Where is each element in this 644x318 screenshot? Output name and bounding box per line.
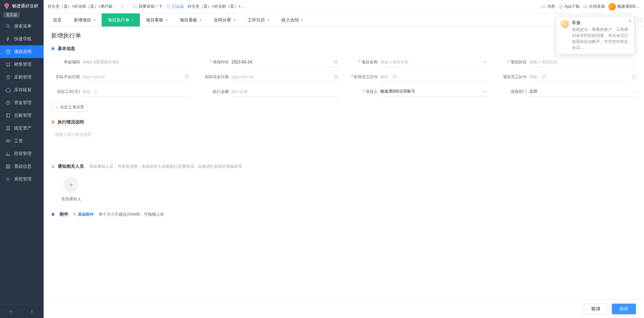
money-icon <box>5 138 11 144</box>
calendar-icon[interactable] <box>333 74 338 79</box>
proj-name-input[interactable] <box>380 60 488 64</box>
popover-close[interactable]: × <box>629 18 632 24</box>
work-days-input[interactable] <box>83 89 190 94</box>
close-icon[interactable]: × <box>199 18 202 22</box>
svg-rect-17 <box>560 5 562 8</box>
close-icon[interactable]: × <box>301 18 303 22</box>
nav-salary[interactable]: 工资 <box>0 135 44 147</box>
nav-project-contract[interactable]: 项目合同 <box>0 45 44 58</box>
dept-input[interactable] <box>529 89 637 94</box>
tab-board-1[interactable]: 项目看板× <box>140 13 174 26</box>
nav-basic[interactable]: 基础信息 <box>0 160 44 173</box>
search-icon <box>5 23 11 29</box>
stage-pct-input[interactable] <box>380 74 488 79</box>
nav-quick[interactable]: 快捷导航 <box>0 33 44 45</box>
svg-rect-11 <box>6 167 8 168</box>
doc-no-input[interactable] <box>83 60 190 64</box>
help-icon[interactable] <box>632 74 637 79</box>
tab-fullscreen[interactable] <box>635 13 644 26</box>
reporter-input[interactable] <box>380 89 488 94</box>
close-icon[interactable]: × <box>131 18 134 22</box>
experience-link[interactable]: 我要体验一下 <box>132 4 163 9</box>
doc-icon <box>5 49 11 54</box>
nav-biz[interactable]: 经营管理 <box>0 147 44 160</box>
nav-label: 经营管理 <box>14 151 32 157</box>
end-date-input[interactable] <box>231 74 339 79</box>
custom-fields-button[interactable]: 自定义项设置 <box>51 103 88 112</box>
plus-icon <box>68 182 74 188</box>
tab-home[interactable]: 首页 <box>47 13 68 26</box>
nav-funds[interactable]: 资金管理 <box>0 96 44 109</box>
label-work-days: 实际工时(天) <box>51 89 80 95</box>
nav-inventory[interactable]: 库存核算 <box>0 84 44 96</box>
nav-label: 销售管理 <box>14 61 32 67</box>
product-selector[interactable]: 好生意（普）+好业财（普）+易代账 <box>48 4 117 9</box>
tab-calendar[interactable]: 工作日历× <box>241 13 275 26</box>
label-end-date: 实际结束日期 <box>200 74 229 80</box>
more-icon[interactable] <box>631 60 636 64</box>
logo-icon <box>3 3 10 9</box>
tab-board-2[interactable]: 项目看板× <box>174 13 208 26</box>
nav-search[interactable]: 搜索菜单 <box>0 20 44 33</box>
gear-icon[interactable] <box>120 4 125 9</box>
nav-sales[interactable]: 销售管理 <box>0 58 44 71</box>
close-icon[interactable]: × <box>93 18 96 22</box>
bolt-icon <box>5 36 11 42</box>
app-download-link[interactable]: App下载 <box>558 4 580 9</box>
start-date-input[interactable] <box>83 74 190 79</box>
proj-pct-input[interactable] <box>529 74 628 79</box>
more-icon[interactable] <box>482 60 487 64</box>
tab-new-project[interactable]: 新增项目× <box>68 13 102 26</box>
nav-label: 基础信息 <box>14 163 32 169</box>
brand-logo: 畅捷通好业财 <box>0 0 44 12</box>
add-attachment-link[interactable]: + 添加附件 <box>73 212 94 217</box>
nav-label: 固定资产 <box>14 125 32 131</box>
messages-text: 消息 <box>547 4 555 9</box>
service-popover: × 客服 系统提示：尊敬的客户，工程师仍未等到您的回复，本次会话已由系统自动断开… <box>556 16 635 54</box>
tab-contract-type[interactable]: 合同分类× <box>208 13 241 26</box>
close-icon[interactable]: × <box>165 18 168 22</box>
nav-system[interactable]: 系统管理 <box>0 173 44 186</box>
close-icon[interactable]: × <box>233 18 235 22</box>
svg-point-0 <box>6 24 9 27</box>
online-service-link[interactable]: 在线客服 <box>583 4 605 9</box>
add-person-label: 添加通知人 <box>61 196 81 202</box>
svg-point-32 <box>486 91 486 92</box>
amount-input[interactable] <box>231 89 339 94</box>
nav-ledger[interactable]: 总账管理 <box>0 109 44 122</box>
product-string-2: 好生意（普）+好业财（普）+… <box>187 4 245 9</box>
tab-income-contract[interactable]: 收入合同× <box>275 13 309 26</box>
proj-stage-input[interactable] <box>529 60 637 64</box>
close-icon[interactable]: × <box>267 18 269 22</box>
sidebar: 畅捷通好业财 普及版 搜索菜单 快捷导航 项目合同 销售管理 采购管理 库存核算… <box>0 0 44 318</box>
plus-icon: + <box>73 212 75 217</box>
topbar: 好生意（普）+好业财（普）+易代账 | 我要体验一下 已认证 好生意（普）+好业… <box>44 0 644 13</box>
nav-assets[interactable]: 固定资产 <box>0 122 44 135</box>
grid-icon <box>5 164 11 169</box>
fill-time-input[interactable] <box>231 60 339 64</box>
messages-link[interactable]: 消息 <box>541 4 555 9</box>
more-icon[interactable] <box>482 89 487 94</box>
label-proj-stage: 项目阶段 <box>498 59 527 65</box>
svg-point-30 <box>483 91 484 92</box>
user-menu[interactable]: 畅捷通B组… <box>608 3 640 10</box>
save-button[interactable]: 保存 <box>612 304 636 314</box>
calendar-icon[interactable] <box>333 60 338 64</box>
add-person-button[interactable] <box>63 177 79 193</box>
nav-label: 工资 <box>14 138 23 144</box>
nav-purchase[interactable]: 采购管理 <box>0 71 44 84</box>
label-proj-pct: 项目完工比% <box>498 74 527 80</box>
calendar-icon[interactable] <box>184 74 189 79</box>
collapse-button[interactable] <box>22 305 44 318</box>
verified-badge[interactable]: 已认证 <box>166 4 184 9</box>
exec-desc-textarea[interactable]: 请输入执行情况说明 <box>51 130 637 139</box>
svg-rect-16 <box>541 5 545 7</box>
svg-point-33 <box>56 107 57 108</box>
settings-button[interactable] <box>0 305 22 318</box>
chevron-down-icon[interactable] <box>631 89 636 94</box>
cancel-button[interactable]: 取消 <box>584 304 608 314</box>
svg-point-25 <box>633 62 634 62</box>
tab-exec-order[interactable]: 项目执行单× <box>102 13 140 26</box>
service-text: 在线客服 <box>589 4 605 9</box>
svg-rect-28 <box>334 75 337 78</box>
